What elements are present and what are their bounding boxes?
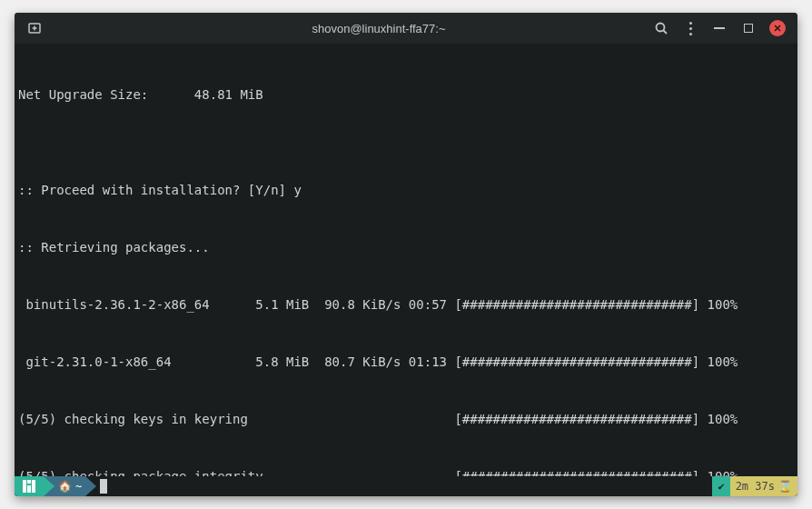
svg-point-3 xyxy=(657,24,665,32)
terminal-window: shovon@linuxhint-ffa77:~ xyxy=(15,13,797,496)
window-title: shovon@linuxhint-ffa77:~ xyxy=(131,22,627,35)
close-icon xyxy=(769,20,786,36)
menu-dots-icon xyxy=(689,22,692,35)
output-line: Net Upgrade Size: 48.81 MiB xyxy=(18,85,794,105)
close-button[interactable] xyxy=(765,15,790,41)
statusbar-path: ~ xyxy=(75,480,82,493)
minimize-button[interactable] xyxy=(707,15,732,41)
statusbar: 🏠 ~ ✔ 2m 37s ⌛ xyxy=(15,476,797,496)
statusbar-elapsed-segment: 2m 37s ⌛ xyxy=(730,476,797,496)
home-icon: 🏠 xyxy=(58,480,72,493)
output-line: git-2.31.0-1-x86_64 5.8 MiB 80.7 KiB/s 0… xyxy=(18,353,794,372)
output-line: (5/5) checking package integrity [######… xyxy=(18,467,794,476)
minimize-icon xyxy=(714,27,725,29)
terminal-output[interactable]: Net Upgrade Size: 48.81 MiB :: Proceed w… xyxy=(15,44,797,476)
statusbar-status-segment: ✔ xyxy=(712,476,729,496)
titlebar: shovon@linuxhint-ffa77:~ xyxy=(15,13,797,44)
output-line: :: Retrieving packages... xyxy=(18,238,794,257)
output-line: binutils-2.36.1-2-x86_64 5.1 MiB 90.8 Ki… xyxy=(18,295,794,314)
maximize-icon xyxy=(744,24,753,33)
manjaro-logo-icon xyxy=(23,480,35,493)
output-line: :: Proceed with installation? [Y/n] y xyxy=(18,181,794,200)
new-tab-button[interactable] xyxy=(22,15,47,41)
maximize-button[interactable] xyxy=(736,15,761,41)
svg-line-4 xyxy=(664,31,668,35)
cursor xyxy=(100,479,107,494)
check-icon: ✔ xyxy=(718,480,724,493)
statusbar-distro-segment[interactable] xyxy=(15,476,44,496)
prompt-cursor-area[interactable] xyxy=(96,476,712,496)
search-button[interactable] xyxy=(649,15,674,41)
separator-icon xyxy=(44,476,54,496)
menu-button[interactable] xyxy=(678,15,703,41)
hourglass-icon: ⌛ xyxy=(778,480,792,493)
elapsed-time: 2m 37s xyxy=(736,480,775,493)
separator-icon xyxy=(85,476,96,496)
output-line: (5/5) checking keys in keyring [########… xyxy=(18,410,794,429)
